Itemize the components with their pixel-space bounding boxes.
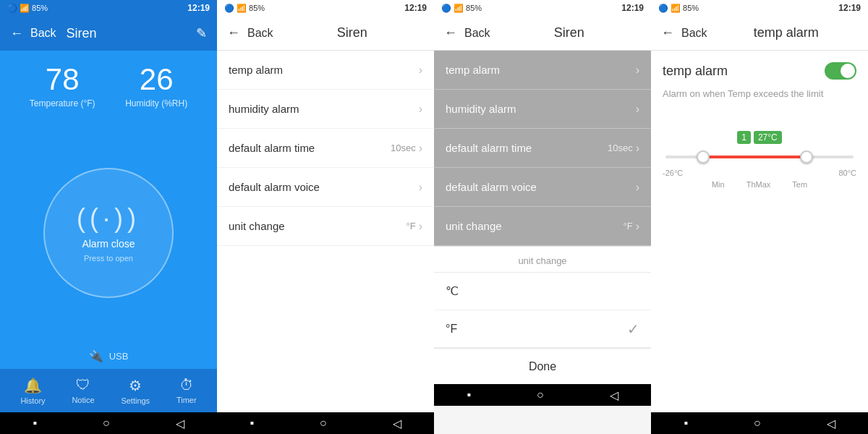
menu-item-1[interactable]: humidity alarm › (217, 90, 434, 129)
menu-item-label-1: humidity alarm (229, 103, 299, 115)
marker-tem: Tem (792, 180, 807, 189)
menu-grayed-label-3: default alarm voice (446, 181, 537, 193)
temp-slider-container: 1 27°C -26°C 80°C Min ThMax Tem (663, 116, 856, 196)
history-label: History (20, 396, 45, 405)
chevron-grayed-4: › (636, 220, 639, 233)
menu-list-grayed: temp alarm › humidity alarm › default al… (434, 51, 651, 246)
status-icons-3: 🔵 📶 85% (441, 4, 482, 13)
siren-waves-icon: ((·)) (77, 203, 140, 234)
slider-marker-labels: Min ThMax Tem (663, 180, 856, 189)
sys-square-3[interactable]: ▪ (467, 388, 471, 401)
back-label-1[interactable]: Back (30, 27, 56, 40)
sys-triangle-3[interactable]: ◁ (610, 388, 618, 402)
nav-history[interactable]: 🔔 History (20, 377, 45, 405)
marker-min: Min (712, 180, 725, 189)
back-label-4[interactable]: Back (681, 27, 707, 40)
panel4-title: temp alarm (715, 25, 858, 41)
alarm-toggle[interactable] (825, 62, 856, 80)
back-arrow-icon-4[interactable]: ← (661, 25, 674, 41)
press-text: Press to open (84, 254, 133, 263)
temp-alarm-content: temp alarm Alarm on when Temp exceeds th… (651, 51, 868, 412)
menu-grayed-item-1: humidity alarm › (434, 90, 651, 129)
status-bar-4: 🔵 📶 85% 12:19 (651, 0, 868, 16)
sys-triangle-4[interactable]: ◁ (827, 417, 835, 430)
humidity-label: Humidity (%RH) (125, 98, 187, 109)
menu-item-2[interactable]: default alarm time 10sec › (217, 129, 434, 168)
sys-square-4[interactable]: ▪ (684, 417, 688, 430)
sys-circle-2[interactable]: ○ (320, 417, 327, 430)
menu-item-3[interactable]: default alarm voice › (217, 168, 434, 207)
temperature-block: 78 Temperature (°F) (30, 62, 95, 109)
panel-main-siren: 🔵 📶 85% 12:19 ← Back Siren ✎ 78 Temperat… (0, 0, 217, 434)
status-time-3: 12:19 (621, 3, 644, 13)
sys-circle-3[interactable]: ○ (537, 388, 544, 401)
menu-item-right-4: °F › (407, 220, 422, 233)
chevron-grayed-2: › (636, 142, 639, 155)
menu-grayed-item-3: default alarm voice › (434, 168, 651, 207)
dropdown-done-button[interactable]: Done (434, 348, 651, 384)
chevron-grayed-0: › (636, 64, 639, 77)
menu-item-4[interactable]: unit change °F › (217, 207, 434, 246)
chevron-grayed-1: › (636, 103, 639, 116)
back-arrow-icon-3[interactable]: ← (444, 25, 457, 41)
back-label-2[interactable]: Back (247, 27, 273, 40)
status-bar-1: 🔵 📶 85% 12:19 (0, 0, 217, 16)
slider-thumb-max[interactable] (800, 150, 813, 163)
topbar-3: ← Back Siren (434, 16, 651, 51)
back-arrow-icon[interactable]: ← (10, 26, 23, 41)
readings-area: 78 Temperature (°F) 26 Humidity (%RH) (0, 51, 217, 114)
sys-square-1[interactable]: ▪ (33, 417, 37, 430)
notice-icon: 🛡 (76, 377, 90, 393)
sys-square-2[interactable]: ▪ (250, 417, 254, 430)
sys-bar-2: ▪ ○ ◁ (217, 412, 434, 434)
topbar-1: ← Back Siren ✎ (0, 16, 217, 51)
menu-item-label-4: unit change (229, 220, 285, 232)
slider-track-wrapper (665, 150, 854, 164)
dropdown-option-label-1: °F (446, 323, 457, 336)
status-bar-3: 🔵 📶 85% 12:19 (434, 0, 651, 16)
menu-grayed-item-4: unit change °F › (434, 207, 651, 246)
status-time-1: 12:19 (187, 3, 210, 13)
status-icons-4: 🔵 📶 85% (658, 4, 699, 13)
slider-range-labels: -26°C 80°C (663, 169, 856, 177)
dropdown-option-1[interactable]: °F ✓ (434, 310, 651, 348)
back-label-3[interactable]: Back (464, 27, 490, 40)
dropdown-option-0[interactable]: ℃ (434, 273, 651, 310)
menu-item-right-0: › (419, 64, 422, 77)
siren-circle[interactable]: ((·)) Alarm close Press to open (43, 168, 174, 298)
timer-icon: ⏱ (179, 377, 194, 393)
sys-circle-4[interactable]: ○ (754, 417, 761, 430)
sys-triangle-1[interactable]: ◁ (176, 417, 184, 430)
slider-thumb-min[interactable] (697, 150, 710, 163)
edit-icon[interactable]: ✎ (196, 25, 207, 41)
marker-thmax: ThMax (746, 180, 771, 189)
nav-notice[interactable]: 🛡 Notice (72, 377, 94, 404)
menu-grayed-item-0: temp alarm › (434, 51, 651, 90)
alarm-name-label: temp alarm (663, 64, 728, 79)
history-icon: 🔔 (24, 377, 42, 394)
alarm-status-text: Alarm close (82, 238, 135, 250)
status-time-2: 12:19 (404, 3, 427, 13)
slider-thumb2-badge: 27°C (754, 131, 782, 144)
sys-triangle-2[interactable]: ◁ (393, 417, 401, 430)
status-icons-1: 🔵 📶 85% (7, 4, 48, 13)
menu-item-right-1: › (419, 103, 422, 116)
chevron-icon-2: › (419, 142, 422, 155)
slider-badges-row: 1 27°C (663, 131, 856, 144)
timer-label: Timer (176, 396, 197, 404)
humidity-block: 26 Humidity (%RH) (125, 62, 187, 109)
nav-settings[interactable]: ⚙ Settings (121, 377, 150, 405)
panel2-title: Siren (281, 25, 424, 41)
back-arrow-icon-2[interactable]: ← (227, 25, 240, 41)
menu-grayed-right-1: › (636, 103, 639, 116)
settings-label: Settings (121, 396, 150, 405)
nav-timer[interactable]: ⏱ Timer (176, 377, 197, 404)
temperature-value: 78 (30, 62, 95, 97)
notice-label: Notice (72, 396, 94, 404)
sys-circle-1[interactable]: ○ (103, 417, 110, 430)
alarm-description: Alarm on when Temp exceeds the limit (663, 88, 856, 99)
siren-circle-area: ((·)) Alarm close Press to open (0, 114, 217, 344)
menu-item-0[interactable]: temp alarm › (217, 51, 434, 90)
menu-grayed-right-3: › (636, 181, 639, 194)
slider-thumb1-badge: 1 (737, 131, 751, 144)
